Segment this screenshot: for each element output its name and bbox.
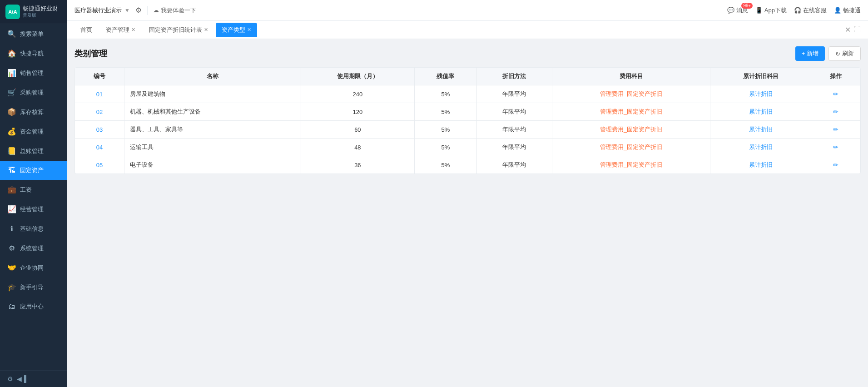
sidebar-item-basic-info[interactable]: ℹ 基础信息 — [0, 219, 67, 238]
edit-icon[interactable]: ✏ — [833, 144, 838, 151]
refresh-label: 刷新 — [842, 50, 854, 58]
tab-type[interactable]: 资产类型 ✕ — [216, 23, 257, 37]
edit-icon[interactable]: ✏ — [833, 161, 838, 169]
sidebar-item-label: 库存核算 — [20, 108, 44, 116]
cell-accum: 累计折旧 — [710, 156, 811, 174]
sidebar-item-label: 销售管理 — [20, 69, 44, 77]
cell-action[interactable]: ✏ — [811, 156, 860, 174]
user-btn[interactable]: 👤 畅捷通 — [834, 6, 861, 15]
tab-depreciation-label: 固定资产折旧统计表 — [149, 26, 202, 34]
cell-action[interactable]: ✏ — [811, 121, 860, 139]
data-table: 编号 名称 使用期限（月） 残值率 折旧方法 费用科目 累计折旧科目 操作 01… — [74, 67, 861, 174]
sidebar-item-label: 快捷导航 — [20, 50, 44, 58]
table-row: 05 电子设备 36 5% 年限平均 管理费用_固定资产折旧 累计折旧 ✏ — [75, 156, 860, 174]
fixed-assets-icon: 🏗 — [7, 166, 16, 174]
sidebar-item-label: 总账管理 — [20, 147, 44, 155]
refresh-icon: ↻ — [835, 50, 840, 57]
tab-assets[interactable]: 资产管理 ✕ — [100, 23, 141, 37]
sidebar-item-app-center[interactable]: 🗂 应用中心 — [0, 297, 67, 316]
sidebar-item-search[interactable]: 🔍 搜索菜单 — [0, 24, 67, 44]
edit-icon[interactable]: ✏ — [833, 126, 838, 133]
settings-footer-icon[interactable]: ⚙ — [7, 375, 13, 382]
maximize-icon[interactable]: ⛶ — [853, 25, 861, 34]
cell-name: 电子设备 — [124, 156, 301, 174]
tab-home[interactable]: 首页 — [74, 23, 98, 37]
purchase-icon: 🛒 — [7, 88, 16, 97]
app-edition: 普及版 — [23, 12, 58, 19]
sidebar-item-sales[interactable]: 📊 销售管理 — [0, 63, 67, 83]
col-accum: 累计折旧科目 — [710, 68, 811, 85]
topbar-divider — [147, 6, 148, 15]
cell-code: 04 — [75, 139, 124, 156]
basic-info-icon: ℹ — [7, 224, 16, 233]
sidebar-item-collab[interactable]: 🤝 企业协同 — [0, 258, 67, 278]
messages-btn[interactable]: 💬 消息 99+ — [727, 6, 748, 15]
cell-method: 年限平均 — [477, 139, 552, 156]
sidebar-item-purchase[interactable]: 🛒 采购管理 — [0, 83, 67, 102]
new-btn[interactable]: + 新增 — [795, 46, 825, 61]
sidebar-item-inventory[interactable]: 📦 库存核算 — [0, 102, 67, 122]
col-name: 名称 — [124, 68, 301, 85]
cell-duration: 48 — [301, 139, 414, 156]
operations-icon: 📈 — [7, 205, 16, 213]
logo-text-block: 畅捷通好业财 普及版 — [23, 5, 58, 19]
refresh-btn[interactable]: ↻ 刷新 — [828, 46, 861, 61]
cell-method: 年限平均 — [477, 103, 552, 121]
content-area: 类别管理 + 新增 ↻ 刷新 编号 名称 使用期限（月） 残值率 折旧方法 — [67, 39, 868, 387]
cell-action[interactable]: ✏ — [811, 139, 860, 156]
cell-action[interactable]: ✏ — [811, 85, 860, 103]
sidebar-item-system[interactable]: ⚙ 系统管理 — [0, 238, 67, 258]
edit-icon[interactable]: ✏ — [833, 108, 838, 115]
system-icon: ⚙ — [7, 244, 16, 253]
project-selector[interactable]: 医疗器械行业演示 ▼ — [74, 6, 130, 15]
minimize-icon[interactable]: ✕ — [845, 25, 851, 34]
guide-icon: 🎓 — [7, 283, 16, 292]
cell-name: 器具、工具、家具等 — [124, 121, 301, 139]
cell-residual: 5% — [414, 156, 477, 174]
cell-accum: 累计折旧 — [710, 121, 811, 139]
sidebar-item-guide[interactable]: 🎓 新手引导 — [0, 278, 67, 297]
table-row: 03 器具、工具、家具等 60 5% 年限平均 管理费用_固定资产折旧 累计折旧… — [75, 121, 860, 139]
cell-expense: 管理费用_固定资产折旧 — [552, 139, 710, 156]
cell-name: 运输工具 — [124, 139, 301, 156]
sidebar: AtA 畅捷通好业财 普及版 🔍 搜索菜单 🏠 快捷导航 📊 销售管理 🛒 采购… — [0, 0, 67, 387]
cell-accum: 累计折旧 — [710, 85, 811, 103]
tab-depreciation[interactable]: 固定资产折旧统计表 ✕ — [143, 23, 214, 37]
headset-icon: 🎧 — [794, 7, 801, 14]
cell-residual: 5% — [414, 103, 477, 121]
cell-code: 01 — [75, 85, 124, 103]
cell-name: 机器、机械和其他生产设备 — [124, 103, 301, 121]
experience-label: 我要体验一下 — [161, 6, 196, 15]
page-header: 类别管理 + 新增 ↻ 刷新 — [74, 46, 861, 61]
sidebar-item-capital[interactable]: 💰 资金管理 — [0, 122, 67, 141]
edit-icon[interactable]: ✏ — [833, 90, 838, 98]
table-header-row: 编号 名称 使用期限（月） 残值率 折旧方法 费用科目 累计折旧科目 操作 — [75, 68, 860, 85]
cell-action[interactable]: ✏ — [811, 103, 860, 121]
sidebar-item-fixed-assets[interactable]: 🏗 固定资产 — [0, 161, 67, 180]
tab-depreciation-close[interactable]: ✕ — [204, 27, 208, 33]
tabs-bar: 首页 资产管理 ✕ 固定资产折旧统计表 ✕ 资产类型 ✕ ✕ ⛶ — [67, 21, 868, 39]
app-download-btn[interactable]: 📱 App下载 — [755, 6, 787, 15]
cell-duration: 36 — [301, 156, 414, 174]
sidebar-footer: ⚙ ◀▐ — [0, 370, 67, 387]
page-title: 类别管理 — [74, 48, 107, 59]
topbar-settings-icon[interactable]: ⚙ — [135, 6, 142, 15]
cell-method: 年限平均 — [477, 156, 552, 174]
app-center-icon: 🗂 — [7, 303, 16, 311]
tab-assets-close[interactable]: ✕ — [131, 27, 135, 33]
sidebar-item-label: 固定资产 — [20, 166, 44, 174]
cell-residual: 5% — [414, 85, 477, 103]
sidebar-item-label: 资金管理 — [20, 128, 44, 136]
sidebar-item-ledger[interactable]: 📒 总账管理 — [0, 141, 67, 161]
sidebar-item-label: 新手引导 — [20, 283, 44, 292]
col-duration: 使用期限（月） — [301, 68, 414, 85]
experience-btn[interactable]: ☁ 我要体验一下 — [153, 6, 196, 15]
cell-code: 03 — [75, 121, 124, 139]
sidebar-item-payroll[interactable]: 💼 工资 — [0, 180, 67, 199]
customer-service-btn[interactable]: 🎧 在线客服 — [794, 6, 827, 15]
sidebar-item-operations[interactable]: 📈 经营管理 — [0, 199, 67, 219]
collapse-icon[interactable]: ◀▐ — [17, 375, 26, 382]
sidebar-item-quick-nav[interactable]: 🏠 快捷导航 — [0, 44, 67, 63]
table-row: 02 机器、机械和其他生产设备 120 5% 年限平均 管理费用_固定资产折旧 … — [75, 103, 860, 121]
tab-type-close[interactable]: ✕ — [247, 27, 251, 33]
